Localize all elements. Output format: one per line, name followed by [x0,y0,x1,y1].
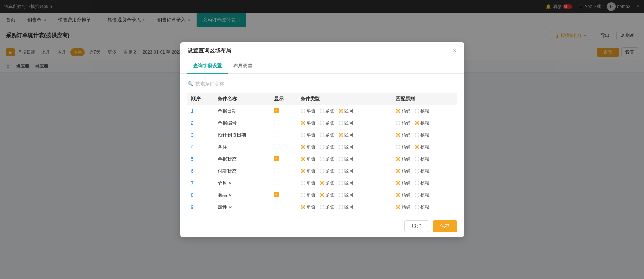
radio-item-type[interactable]: 区间 [339,204,353,209]
row-display-checkbox[interactable] [270,153,297,165]
radio-label: 单值 [307,204,315,209]
radio-label: 区间 [344,120,353,126]
checkbox-unchecked[interactable] [274,204,279,209]
radio-item-match[interactable]: 精确 [396,120,410,126]
radio-item-type[interactable]: 多值 [320,168,334,174]
radio-item-type[interactable]: 多值 [320,120,334,126]
radio-item-type[interactable]: 区间 [339,156,353,162]
radio-item-match[interactable]: 精确 [396,204,410,209]
checkbox-checked[interactable] [274,156,279,161]
radio-item-type[interactable]: 单值 [301,204,315,209]
row-condition-name: 商品 ∨ [214,189,271,201]
radio-item-type[interactable]: 区间 [339,120,353,126]
modal-tab-query[interactable]: 查询字段设置 [187,59,228,74]
search-input[interactable] [195,81,250,86]
radio-item-match[interactable]: 精确 [396,144,410,150]
radio-item-type[interactable]: 单值 [301,168,315,174]
radio-item-type[interactable]: 多值 [320,204,334,209]
col-header-display: 显示 [270,93,297,105]
field-table-scroll[interactable]: 顺序 条件名称 显示 条件类型 匹配原则 1单据日期单值多值区间精确模糊2单据编… [187,93,457,209]
radio-item-type[interactable]: 多值 [320,192,334,198]
radio-item-match[interactable]: 模糊 [415,120,429,126]
radio-item-type[interactable]: 多值 [320,180,334,186]
radio-dot [415,169,419,173]
row-seq: 4 [187,141,214,153]
radio-label: 模糊 [420,192,429,198]
radio-label: 区间 [344,204,353,209]
row-display-checkbox[interactable] [270,165,297,177]
radio-item-match[interactable]: 精确 [396,168,410,174]
radio-dot [415,133,419,137]
radio-item-type[interactable]: 单值 [301,108,315,114]
radio-item-match[interactable]: 精确 [396,180,410,186]
seq-number: 9 [191,204,194,209]
seq-number: 2 [191,120,194,126]
modal-title: 设置查询区域布局 [187,47,231,54]
radio-item-match[interactable]: 模糊 [415,168,429,174]
radio-item-match[interactable]: 精确 [396,156,410,162]
radio-dot [396,205,400,209]
row-match-options: 精确模糊 [392,117,457,129]
radio-dot [415,181,419,185]
radio-label: 单值 [307,192,315,198]
table-row: 7仓库 ∨单值多值区间精确模糊 [187,177,457,189]
radio-label: 区间 [344,108,353,114]
radio-dot [301,169,305,173]
radio-item-type[interactable]: 区间 [339,168,353,174]
radio-dot [396,121,400,125]
radio-item-match[interactable]: 模糊 [415,156,429,162]
table-row: 3预计到货日期单值多值区间精确模糊 [187,129,457,141]
radio-item-type[interactable]: 单值 [301,132,315,138]
row-display-checkbox[interactable] [270,141,297,153]
radio-item-type[interactable]: 单值 [301,120,315,126]
radio-item-type[interactable]: 区间 [339,192,353,198]
row-display-checkbox[interactable] [270,201,297,209]
row-display-checkbox[interactable] [270,189,297,201]
radio-item-match[interactable]: 模糊 [415,192,429,198]
row-display-checkbox[interactable] [270,129,297,141]
radio-item-type[interactable]: 区间 [339,132,353,138]
radio-item-type[interactable]: 单值 [301,156,315,162]
radio-item-match[interactable]: 模糊 [415,132,429,138]
radio-item-type[interactable]: 区间 [339,108,353,114]
checkbox-checked[interactable] [274,192,279,197]
radio-item-match[interactable]: 精确 [396,132,410,138]
row-seq: 1 [187,105,214,117]
table-row: 1单据日期单值多值区间精确模糊 [187,105,457,117]
radio-item-match[interactable]: 模糊 [415,144,429,150]
row-display-checkbox[interactable] [270,117,297,129]
radio-dot [301,205,305,209]
radio-item-type[interactable]: 多值 [320,156,334,162]
checkbox-unchecked[interactable] [274,144,279,149]
checkbox-unchecked[interactable] [274,132,279,137]
modal-close-button[interactable]: × [453,47,457,54]
radio-item-type[interactable]: 多值 [320,132,334,138]
radio-item-type[interactable]: 单值 [301,180,315,186]
checkbox-unchecked[interactable] [274,120,279,125]
radio-item-match[interactable]: 模糊 [415,108,429,114]
modal-tab-layout[interactable]: 布局调整 [228,59,258,74]
checkbox-unchecked[interactable] [274,168,279,173]
radio-item-type[interactable]: 区间 [339,180,353,186]
radio-label: 模糊 [420,180,429,186]
radio-item-type[interactable]: 多值 [320,144,334,150]
row-condition-name: 仓库 ∨ [214,177,271,189]
radio-item-type[interactable]: 单值 [301,192,315,198]
checkbox-unchecked[interactable] [274,180,279,185]
radio-item-match[interactable]: 精确 [396,192,410,198]
checkbox-checked[interactable] [274,108,279,113]
row-seq: 6 [187,165,214,177]
row-match-options: 精确模糊 [392,141,457,153]
radio-item-type[interactable]: 多值 [320,108,334,114]
radio-item-match[interactable]: 模糊 [415,180,429,186]
radio-item-type[interactable]: 单值 [301,144,315,150]
radio-label: 精确 [402,144,410,150]
radio-item-match[interactable]: 模糊 [415,204,429,209]
modal-tab-layout-label: 布局调整 [233,63,252,68]
radio-dot [396,181,400,185]
radio-item-match[interactable]: 精确 [396,108,410,114]
radio-item-type[interactable]: 区间 [339,144,353,150]
radio-label: 模糊 [420,144,429,150]
row-display-checkbox[interactable] [270,177,297,189]
row-display-checkbox[interactable] [270,105,297,117]
